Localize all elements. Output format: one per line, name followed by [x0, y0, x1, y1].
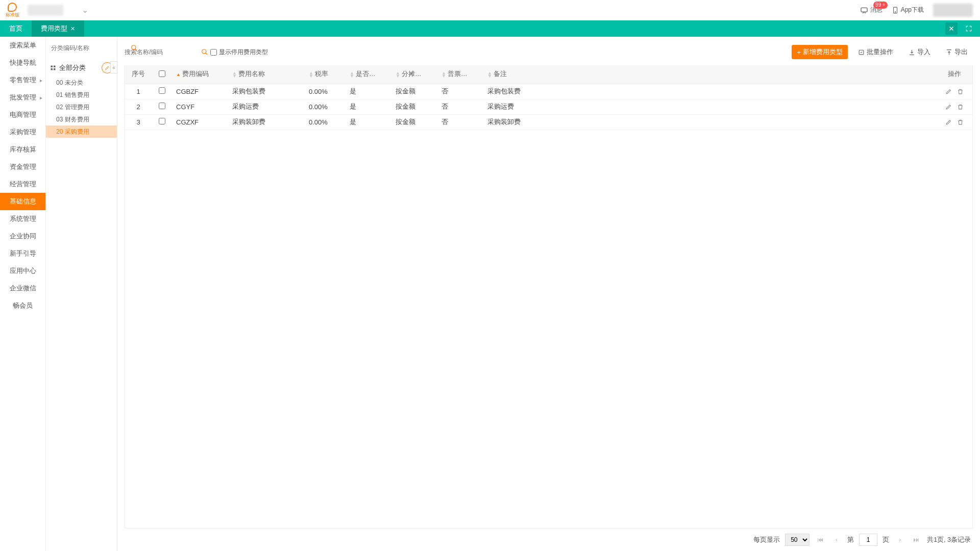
sidebar-item-1[interactable]: 快捷导航 — [0, 54, 45, 71]
chevron-down-icon[interactable]: ⌄ — [82, 5, 88, 15]
svg-rect-7 — [54, 68, 56, 70]
search-icon[interactable] — [131, 44, 138, 52]
th-index[interactable]: 序号 — [125, 65, 152, 84]
batch-ops-button[interactable]: 批量操作 — [853, 45, 898, 59]
sidebar-item-4[interactable]: 电商管理 — [0, 106, 45, 123]
add-expense-type-button[interactable]: + 新增费用类型 — [792, 45, 848, 59]
fullscreen-button[interactable] — [963, 22, 975, 35]
page-last-button[interactable]: ⏭ — [911, 534, 922, 545]
import-button[interactable]: 导入 — [903, 45, 936, 59]
edit-row-button[interactable] — [945, 104, 952, 110]
cell-remark: 采购装卸费 — [483, 114, 937, 130]
th-select-all[interactable] — [152, 65, 172, 84]
plus-icon: + — [797, 48, 801, 56]
th-rate[interactable]: ▲▼税率 — [305, 65, 346, 84]
sidebar-item-6[interactable]: 库存核算 — [0, 141, 45, 158]
cell-chk — [152, 84, 172, 99]
cell-remark: 采购运费 — [483, 99, 937, 114]
cell-chk — [152, 99, 172, 114]
sidebar-item-12[interactable]: 新手引导 — [0, 245, 45, 262]
category-item-0[interactable]: 00 未分类 — [46, 77, 117, 89]
cell-alloc: 按金额 — [391, 84, 437, 99]
page-prev-button[interactable]: ‹ — [831, 534, 842, 545]
cell-idx: 2 — [125, 99, 152, 114]
delete-row-button[interactable] — [957, 104, 964, 110]
sidebar-item-10[interactable]: 系统管理 — [0, 210, 45, 228]
page-summary: 共1页, 3条记录 — [927, 536, 971, 544]
delete-row-button[interactable] — [957, 88, 964, 95]
show-disabled-checkbox[interactable]: 显示停用费用类型 — [210, 48, 268, 57]
category-search-input[interactable] — [51, 44, 128, 52]
page-next-button[interactable]: › — [894, 534, 905, 545]
trash-icon — [957, 88, 964, 95]
category-all[interactable]: 全部分类 — [46, 59, 117, 77]
chat-icon — [860, 6, 868, 14]
app-download-label: App下载 — [901, 6, 924, 14]
cell-code: CGYF — [172, 99, 228, 114]
cell-op — [937, 114, 972, 130]
th-remark[interactable]: ▲▼备注 — [483, 65, 937, 84]
th-alloc[interactable]: ▲▼分摊… — [391, 65, 437, 84]
sidebar-item-15[interactable]: 畅会员 — [0, 297, 45, 314]
export-button[interactable]: 导出 — [941, 45, 973, 59]
logo-edition: 标准版 — [6, 13, 19, 18]
sidebar-item-9[interactable]: 基础信息 — [0, 193, 45, 210]
select-all-checkbox[interactable] — [159, 70, 165, 77]
edit-row-button[interactable] — [945, 119, 952, 126]
category-item-1[interactable]: 01 销售费用 — [46, 89, 117, 101]
th-isx[interactable]: ▲▼是否… — [346, 65, 391, 84]
cell-ticket: 否 — [437, 114, 483, 130]
logo[interactable]: 标准版 — [0, 3, 24, 18]
show-disabled-input[interactable] — [210, 49, 217, 56]
sidebar-item-11[interactable]: 企业协同 — [0, 228, 45, 245]
table-row: 1CGBZF采购包装费0.00%是按金额否采购包装费 — [125, 84, 972, 99]
sidebar-item-14[interactable]: 企业微信 — [0, 280, 45, 297]
category-item-2[interactable]: 02 管理费用 — [46, 101, 117, 113]
page-input[interactable] — [859, 534, 877, 546]
tab-bar: 首页 费用类型 ✕ — [0, 20, 980, 37]
sidebar-item-5[interactable]: 采购管理 — [0, 123, 45, 141]
export-label: 导出 — [954, 48, 968, 57]
cell-alloc: 按金额 — [391, 114, 437, 130]
grid-icon — [50, 65, 56, 71]
row-checkbox[interactable] — [159, 103, 165, 109]
tab-close-all-button[interactable] — [945, 22, 958, 35]
collapse-panel-button[interactable]: « — [110, 61, 117, 73]
app-download-button[interactable]: App下载 — [892, 6, 924, 14]
sidebar-item-13[interactable]: 应用中心 — [0, 262, 45, 280]
tab-expense-type[interactable]: 费用类型 ✕ — [32, 20, 84, 37]
pencil-icon — [945, 88, 952, 95]
delete-row-button[interactable] — [957, 119, 964, 126]
th-code[interactable]: ▲费用编码 — [172, 65, 228, 84]
export-icon — [946, 49, 952, 56]
sidebar-item-8[interactable]: 经营管理 — [0, 176, 45, 193]
row-checkbox[interactable] — [159, 118, 165, 124]
user-avatar-redacted[interactable] — [933, 4, 973, 17]
th-name[interactable]: ▲▼费用名称 — [228, 65, 305, 84]
sidebar-item-0[interactable]: 搜索菜单 — [0, 37, 45, 54]
category-item-4[interactable]: 20 采购费用 — [46, 126, 117, 138]
cell-op — [937, 99, 972, 114]
category-panel: 全部分类 « 00 未分类01 销售费用02 管理费用03 财务费用20 采购费… — [46, 37, 117, 551]
sidebar-item-2[interactable]: 零售管理▸ — [0, 71, 45, 89]
edit-row-button[interactable] — [945, 88, 952, 95]
sidebar-item-7[interactable]: 资金管理 — [0, 158, 45, 176]
per-page-select[interactable]: 50 — [785, 534, 810, 546]
messages-button[interactable]: 消息 99 + — [860, 6, 883, 14]
caret-icon: ▸ — [40, 95, 42, 101]
category-item-3[interactable]: 03 财务费用 — [46, 113, 117, 126]
category-search — [46, 37, 117, 59]
page-first-button[interactable]: ⏮ — [815, 534, 826, 545]
close-icon[interactable]: ✕ — [70, 26, 75, 32]
search-icon[interactable] — [201, 48, 208, 56]
caret-icon: ▸ — [40, 78, 42, 83]
cell-name: 采购装卸费 — [228, 114, 305, 130]
sidebar-item-3[interactable]: 批发管理▸ — [0, 89, 45, 106]
trash-icon — [957, 104, 964, 110]
tab-home[interactable]: 首页 — [0, 20, 32, 37]
pagination: 每页显示 50 ⏮ ‹ 第 页 › ⏭ 共1页, 3条记录 — [125, 529, 973, 551]
table-row: 2CGYF采购运费0.00%是按金额否采购运费 — [125, 99, 972, 114]
cell-code: CGZXF — [172, 114, 228, 130]
row-checkbox[interactable] — [159, 87, 165, 94]
th-ticket[interactable]: ▲▼普票… — [437, 65, 483, 84]
